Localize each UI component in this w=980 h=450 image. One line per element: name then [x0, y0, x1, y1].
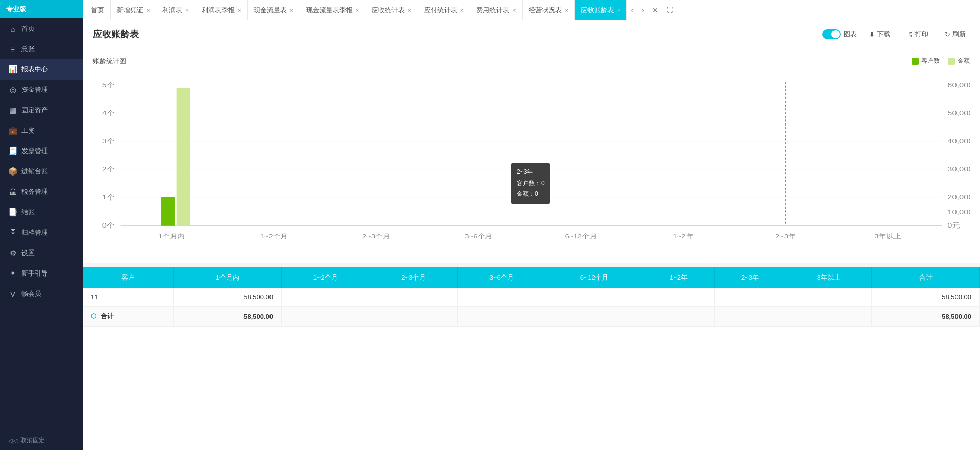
tab-label: 现金流量表季报: [306, 6, 353, 15]
sidebar-item-tax-mgmt[interactable]: 🏛 税务管理: [0, 182, 83, 202]
tab-label: 应付统计表: [424, 6, 457, 15]
refresh-label: 刷新: [952, 30, 966, 39]
main-area: 首页 新增凭证 × 利润表 × 利润表季报 × 现金流量表 × 现金流量表季报 …: [83, 0, 980, 450]
sidebar-item-fixed-assets[interactable]: ▦ 固定资产: [0, 100, 83, 120]
tab-close-icon[interactable]: ×: [617, 7, 620, 13]
settlement-icon: 📑: [8, 208, 17, 217]
tab-close-icon[interactable]: ×: [185, 7, 188, 13]
sidebar-item-fund-mgmt[interactable]: ◎ 资金管理: [0, 80, 83, 100]
legend-color-amount: [948, 58, 955, 65]
tab-label: 应收账龄表: [581, 6, 614, 15]
tab-receivable-stat[interactable]: 应收统计表 ×: [365, 0, 418, 20]
tab-home[interactable]: 首页: [85, 0, 111, 20]
tab-label: 现金流量表: [254, 6, 287, 15]
tab-close-icon[interactable]: ×: [512, 7, 516, 13]
col-3plus-year: 3年以上: [786, 267, 872, 288]
home-icon: ⌂: [8, 24, 17, 33]
tab-close-icon[interactable]: ×: [460, 7, 463, 13]
cell-total-label: ⬡ 合计: [83, 307, 174, 327]
download-icon: ⬇: [869, 31, 875, 38]
tab-aging-table[interactable]: 应收账龄表 ×: [575, 0, 627, 20]
chart-section: 账龄统计图 客户数 金额 5个 4个 3个 2个 1个: [83, 48, 980, 263]
sidebar-item-label: 发票管理: [21, 146, 48, 156]
download-button[interactable]: ⬇ 下载: [865, 28, 894, 41]
legend-color-customer: [912, 58, 919, 65]
toggle-switch-control[interactable]: [822, 29, 841, 39]
print-button[interactable]: 🖨 打印: [902, 28, 933, 41]
sidebar-item-report-center[interactable]: 📊 报表中心: [0, 59, 83, 80]
invoice-icon: 🧾: [8, 146, 17, 156]
sidebar-item-label: 结账: [21, 208, 35, 217]
app-logo: 专业版: [0, 0, 83, 18]
sidebar-item-purchase-sale[interactable]: 📦 进销台账: [0, 161, 83, 182]
tab-label: 费用统计表: [476, 6, 509, 15]
total-grand: 58,500.00: [872, 307, 980, 327]
tab-close-icon[interactable]: ×: [290, 7, 293, 13]
total-3plus-year: [786, 307, 872, 327]
svg-text:4个: 4个: [102, 110, 115, 117]
svg-text:10,000.00元: 10,000.00元: [947, 208, 970, 215]
sidebar-item-archive-mgmt[interactable]: 🗄 归档管理: [0, 222, 83, 243]
tab-close-all[interactable]: ✕: [648, 0, 663, 20]
svg-text:60,000.00元: 60,000.00元: [947, 81, 970, 88]
legend-amount: 金额: [948, 57, 970, 65]
svg-text:30,000.00元: 30,000.00元: [947, 166, 970, 173]
sidebar-item-salary[interactable]: 💼 工资: [0, 120, 83, 141]
col-1-2month: 1~2个月: [282, 267, 370, 288]
tab-cashflow[interactable]: 现金流量表 ×: [248, 0, 300, 20]
col-3-6month: 3~6个月: [458, 267, 546, 288]
tab-profit[interactable]: 利润表 ×: [156, 0, 195, 20]
sidebar-item-settlement[interactable]: 📑 结账: [0, 202, 83, 222]
tab-nav-prev[interactable]: ‹: [627, 0, 638, 20]
tab-voucher[interactable]: 新增凭证 ×: [111, 0, 156, 20]
tab-close-icon[interactable]: ×: [146, 7, 150, 13]
sidebar-item-label: 固定资产: [21, 106, 48, 115]
cell-1-2month: [282, 288, 370, 307]
refresh-button[interactable]: ↻ 刷新: [941, 28, 970, 41]
sidebar-item-membership[interactable]: V 畅会员: [0, 284, 83, 304]
legend-amount-label: 金额: [958, 57, 970, 65]
svg-text:1~2年: 1~2年: [673, 233, 693, 240]
cell-3-6month: [458, 288, 546, 307]
gear-icon: ⚙: [8, 248, 17, 258]
tab-nav-next[interactable]: ›: [638, 0, 648, 20]
sidebar-item-home[interactable]: ⌂ 首页: [0, 18, 83, 39]
sidebar-item-settings[interactable]: ⚙ 设置: [0, 243, 83, 263]
chart-toggle-label: 图表: [844, 30, 857, 39]
tab-payable-stat[interactable]: 应付统计表 ×: [418, 0, 470, 20]
sidebar-item-guide[interactable]: ✦ 新手引导: [0, 263, 83, 284]
total-2-3month: [370, 307, 457, 327]
table-total-row: ⬡ 合计 58,500.00 58,500.00: [83, 307, 980, 327]
sidebar-item-ledger[interactable]: ≡ 总账: [0, 39, 83, 59]
data-table: 客户 1个月内 1~2个月 2~3个月 3~6个月 6~12个月 1~2年 2~…: [83, 267, 980, 327]
table-row: 11 58,500.00 58,500.00: [83, 288, 980, 307]
total-1-2month: [282, 307, 370, 327]
svg-text:1~2个月: 1~2个月: [260, 233, 287, 240]
tab-close-icon[interactable]: ×: [408, 7, 411, 13]
tab-close-icon[interactable]: ×: [356, 7, 359, 13]
tab-close-icon[interactable]: ×: [238, 7, 241, 13]
bar-amount-0: [177, 88, 190, 226]
chart-toggle[interactable]: 图表: [822, 29, 857, 39]
tab-cashflow-quarterly[interactable]: 现金流量表季报 ×: [300, 0, 365, 20]
sidebar-item-label: 报表中心: [21, 65, 48, 74]
print-icon: 🖨: [906, 31, 913, 38]
tab-operation-stat[interactable]: 经营状况表 ×: [523, 0, 575, 20]
tab-expand-btn[interactable]: ⛶: [663, 0, 677, 20]
tab-expense-stat[interactable]: 费用统计表 ×: [470, 0, 522, 20]
tab-close-icon[interactable]: ×: [565, 7, 568, 13]
total-1-2year: [643, 307, 715, 327]
cell-6-12month: [546, 288, 643, 307]
tab-profit-quarterly[interactable]: 利润表季报 ×: [195, 0, 248, 20]
header-actions: 图表 ⬇ 下载 🖨 打印 ↻ 刷新: [822, 28, 970, 41]
chart-container: 5个 4个 3个 2个 1个 0个 60,000.00元 50,000.00元 …: [93, 71, 970, 255]
sidebar-item-invoice-mgmt[interactable]: 🧾 发票管理: [0, 141, 83, 161]
guide-icon: ✦: [8, 269, 17, 278]
sidebar-pin-toggle[interactable]: ◁◁ 取消固定: [0, 431, 83, 450]
svg-text:6~12个月: 6~12个月: [565, 233, 597, 240]
tab-label: 利润表季报: [202, 6, 235, 15]
pin-icon: ◁◁: [8, 437, 17, 444]
cell-1-2year: [643, 288, 715, 307]
svg-text:3个: 3个: [102, 138, 115, 145]
svg-text:3~6个月: 3~6个月: [464, 233, 492, 240]
